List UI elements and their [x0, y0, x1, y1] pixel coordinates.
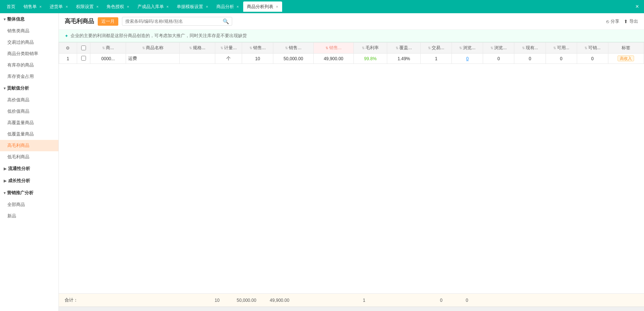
col-header-code[interactable]: ⇅ 商... [90, 43, 126, 54]
sidebar-item-high-coverage[interactable]: 高覆盖量商品 [0, 117, 58, 129]
nav-tab-analysis-list[interactable]: 商品分析列表 × [243, 1, 282, 12]
footer-sales-amt: 50,000.00 [230, 298, 263, 303]
col-sort-icon: ⇅ [189, 46, 192, 50]
nav-tab-warehouse[interactable]: 产成品入库单 × [134, 1, 172, 12]
nav-tab-template[interactable]: 单据模板设置 × [173, 1, 212, 12]
col-sort-icon: ⇅ [285, 46, 288, 50]
col-sort-icon: ⇅ [249, 46, 252, 50]
cell-code: 0000... [90, 54, 126, 64]
col-header-sales-qty[interactable]: ⇅ 销售... [242, 43, 273, 54]
cell-check[interactable] [77, 54, 90, 64]
close-icon[interactable]: × [206, 4, 208, 9]
sidebar-item-low-value[interactable]: 低价值商品 [0, 106, 58, 117]
nav-tab-sales[interactable]: 销售单 × [20, 1, 45, 12]
cell-sales-qty: 10 [242, 54, 273, 64]
select-all-checkbox[interactable] [81, 46, 86, 50]
header-actions: ⎋ 分享 ⬆ 导出 [606, 18, 638, 25]
cell-stock: 0 [514, 54, 546, 64]
search-icon[interactable]: 🔍 [223, 18, 229, 24]
cell-idx: 1 [59, 54, 77, 64]
row-checkbox[interactable] [81, 56, 86, 61]
data-table: ⚙ ⇅ 商... [59, 42, 644, 64]
cell-margin-rate: 99.8% [354, 54, 387, 64]
nav-tab-analysis[interactable]: 商品分析 × [213, 1, 242, 12]
export-icon: ⬆ [624, 19, 628, 24]
nav-tab-role[interactable]: 角色授权 × [103, 1, 133, 12]
close-icon[interactable]: × [39, 4, 42, 9]
filter-period-button[interactable]: 近一月 [98, 17, 118, 26]
page-title: 高毛利商品 [65, 18, 94, 25]
footer-stock: 0 [428, 298, 454, 303]
col-header-sales-amt[interactable]: ⇅ 销售... [273, 43, 313, 54]
sidebar-group-contribution[interactable]: ▾ 贡献值分析 [0, 82, 58, 94]
col-sort-icon: ⇅ [362, 46, 365, 50]
col-header-sellable[interactable]: ⇅ 可销... [577, 43, 608, 54]
close-icon[interactable]: × [127, 4, 129, 9]
close-icon[interactable]: × [65, 4, 68, 9]
close-icon[interactable]: × [96, 4, 98, 9]
col-header-browse2[interactable]: ⇅ 浏览... [483, 43, 514, 54]
nav-tab-permission[interactable]: 权限设置 × [72, 1, 102, 12]
cell-browse1[interactable]: 0 [452, 54, 483, 64]
col-sort-icon: ⇅ [522, 46, 525, 50]
col-header-trade[interactable]: ⇅ 交易... [421, 43, 452, 54]
search-input[interactable] [125, 19, 221, 24]
sidebar-group-growth[interactable]: ▶ 成长性分析 [0, 175, 58, 187]
sidebar-item-high-value[interactable]: 高价值商品 [0, 94, 58, 106]
sidebar-group-overview[interactable]: ▾ 整体信息 [0, 13, 58, 25]
sidebar-item-high-margin[interactable]: 高毛利商品 [0, 140, 58, 151]
cell-tag: 高收入 [608, 54, 644, 64]
table-wrapper[interactable]: ⚙ ⇅ 商... [59, 42, 644, 293]
col-header-stock[interactable]: ⇅ 现有... [514, 43, 546, 54]
col-header-margin-rate[interactable]: ⇅ 毛利率 [354, 43, 387, 54]
col-header-check[interactable] [77, 43, 90, 54]
cell-coverage: 1.49% [387, 54, 421, 64]
cell-sales-cost: 49,900.00 [313, 54, 353, 64]
col-header-name[interactable]: ⇅ 商品名称 [126, 43, 180, 54]
search-box: 🔍 [122, 17, 232, 26]
footer-avail: 0 [454, 298, 480, 303]
nav-tab-home[interactable]: 首页 [3, 1, 19, 12]
col-header-spec[interactable]: ⇅ 规格... [180, 43, 215, 54]
sidebar-item-stock-capital[interactable]: 库存资金占用 [0, 71, 58, 82]
col-header-avail[interactable]: ⇅ 可用... [546, 43, 577, 54]
col-header-tag[interactable]: 标签 [608, 43, 644, 54]
sidebar-item-low-coverage[interactable]: 低覆盖量商品 [0, 129, 58, 140]
horizontal-scrollbar[interactable] [59, 307, 644, 311]
chevron-right-icon: ▶ [4, 179, 7, 183]
chevron-down-icon: ▾ [4, 191, 6, 195]
cell-browse2: 0 [483, 54, 514, 64]
close-icon[interactable]: × [276, 4, 278, 9]
settings-icon[interactable]: ⚙ [66, 46, 70, 51]
content-header: 高毛利商品 近一月 🔍 ⎋ 分享 ⬆ 导出 [59, 13, 644, 30]
col-header-idx[interactable]: ⚙ [59, 43, 77, 54]
col-header-unit[interactable]: ⇅ 计量... [215, 43, 242, 54]
share-button[interactable]: ⎋ 分享 [606, 18, 619, 25]
table-row: 1 0000... 运费 个 10 50,000.00 49,900.00 99… [59, 54, 644, 64]
footer-sales-qty: 10 [204, 298, 230, 303]
close-icon[interactable]: × [166, 4, 169, 9]
top-nav: 首页 销售单 × 进货单 × 权限设置 × 角色授权 × 产成品入库单 × 单据… [0, 0, 644, 13]
sidebar-item-low-margin[interactable]: 低毛利商品 [0, 151, 58, 163]
col-header-browse1[interactable]: ⇅ 浏览... [452, 43, 483, 54]
share-icon: ⎋ [606, 19, 609, 24]
col-sort-icon: ⇅ [102, 46, 105, 50]
sidebar-item-sales-goods[interactable]: 销售类商品 [0, 25, 58, 37]
col-header-sales-cost[interactable]: ⇅ 销售... [313, 43, 353, 54]
chevron-down-icon: ▾ [4, 86, 6, 90]
sidebar-item-category-rate[interactable]: 商品分类助销率 [0, 48, 58, 59]
close-all-button[interactable]: × [633, 3, 641, 10]
sidebar-item-all-goods[interactable]: 全部商品 [0, 199, 58, 210]
sidebar-group-marketing[interactable]: ▾ 营销推广分析 [0, 187, 58, 199]
sidebar-item-traded-goods[interactable]: 交易过的商品 [0, 37, 58, 48]
info-banner: ✦ 企业的主要的利润都是这部分商品创造的，可考虑加大推广，同时关注库存是不要出现… [59, 30, 644, 42]
nav-tab-purchase[interactable]: 进货单 × [46, 1, 71, 12]
sidebar-item-new-goods[interactable]: 新品 [0, 210, 58, 222]
sidebar-item-stocked-goods[interactable]: 有库存的商品 [0, 59, 58, 71]
col-header-coverage[interactable]: ⇅ 覆盖... [387, 43, 421, 54]
close-icon[interactable]: × [237, 4, 239, 9]
export-button[interactable]: ⬆ 导出 [624, 18, 638, 25]
table-header-row: ⚙ ⇅ 商... [59, 43, 644, 54]
cell-unit: 个 [215, 54, 242, 64]
sidebar-group-liquidity[interactable]: ▶ 流通性分析 [0, 163, 58, 175]
